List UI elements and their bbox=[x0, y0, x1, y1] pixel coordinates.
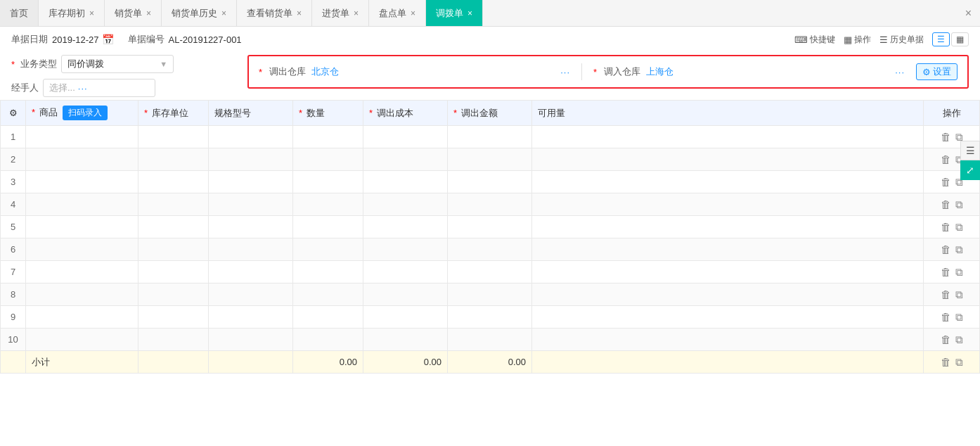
close-all-tabs[interactable]: × bbox=[957, 7, 980, 20]
cell-amount[interactable] bbox=[448, 261, 532, 283]
delete-icon[interactable]: 🗑 bbox=[941, 288, 951, 300]
delete-icon[interactable]: 🗑 bbox=[941, 243, 951, 255]
scan-button[interactable]: 扫码录入 bbox=[63, 106, 108, 120]
cell-qty[interactable] bbox=[293, 126, 363, 148]
tab-inventory-init[interactable]: 库存期初 × bbox=[39, 0, 105, 26]
cell-amount[interactable] bbox=[448, 193, 532, 216]
copy-icon[interactable]: ⧉ bbox=[955, 198, 963, 211]
delete-icon[interactable]: 🗑 bbox=[941, 176, 951, 188]
calendar-icon[interactable]: 📅 bbox=[102, 34, 114, 45]
cell-qty[interactable] bbox=[293, 238, 363, 261]
cell-product[interactable] bbox=[26, 148, 138, 171]
cell-cost[interactable] bbox=[363, 306, 448, 329]
cell-unit bbox=[138, 351, 209, 374]
cell-cost[interactable] bbox=[363, 148, 448, 171]
tab-home[interactable]: 首页 bbox=[0, 0, 39, 26]
delete-icon[interactable]: 🗑 bbox=[941, 131, 951, 143]
cell-product[interactable] bbox=[26, 261, 138, 283]
row-number bbox=[1, 351, 26, 374]
cell-product[interactable] bbox=[26, 126, 138, 148]
copy-icon[interactable]: ⧉ bbox=[955, 243, 963, 256]
cell-cost[interactable] bbox=[363, 216, 448, 238]
tab-transfer[interactable]: 调拨单 × bbox=[426, 0, 483, 26]
cell-product[interactable] bbox=[26, 193, 138, 216]
close-icon[interactable]: × bbox=[468, 8, 472, 18]
tab-purchase[interactable]: 进货单 × bbox=[312, 0, 369, 26]
cell-cost[interactable] bbox=[363, 261, 448, 283]
cell-available bbox=[532, 238, 924, 261]
copy-icon[interactable]: ⧉ bbox=[955, 333, 963, 346]
cell-qty[interactable] bbox=[293, 216, 363, 238]
cell-cost[interactable] bbox=[363, 238, 448, 261]
th-gear[interactable]: ⚙ bbox=[1, 101, 26, 126]
cell-qty[interactable] bbox=[293, 193, 363, 216]
copy-icon[interactable]: ⧉ bbox=[955, 221, 963, 234]
cell-product[interactable] bbox=[26, 306, 138, 329]
handler-select[interactable]: 选择... ··· bbox=[43, 79, 155, 97]
cell-qty[interactable] bbox=[293, 283, 363, 306]
list-view-btn[interactable]: ☰ bbox=[932, 32, 950, 46]
cell-cost[interactable] bbox=[363, 329, 448, 351]
sidebar-expand-icon[interactable]: ⤢ bbox=[960, 160, 980, 180]
close-icon[interactable]: × bbox=[411, 8, 415, 18]
shortcut-btn[interactable]: ⌨ 快捷键 bbox=[794, 34, 835, 46]
cell-product[interactable] bbox=[26, 238, 138, 261]
close-icon[interactable]: × bbox=[89, 8, 94, 18]
to-warehouse-more[interactable]: ··· bbox=[895, 67, 905, 77]
to-warehouse-section: * 调入仓库 上海仓 ··· bbox=[593, 65, 905, 78]
copy-icon[interactable]: ⧉ bbox=[955, 288, 963, 301]
cell-product[interactable] bbox=[26, 283, 138, 306]
cell-cost[interactable] bbox=[363, 126, 448, 148]
copy-icon[interactable]: ⧉ bbox=[955, 266, 963, 279]
table-row: 10 🗑 ⧉ bbox=[1, 329, 980, 351]
close-icon[interactable]: × bbox=[297, 8, 302, 18]
cell-action: 🗑 ⧉ bbox=[924, 238, 980, 261]
cell-amount[interactable] bbox=[448, 329, 532, 351]
cell-product[interactable] bbox=[26, 171, 138, 193]
cell-qty[interactable] bbox=[293, 171, 363, 193]
close-icon[interactable]: × bbox=[354, 8, 359, 18]
cell-product[interactable]: 小计 bbox=[26, 351, 138, 374]
delete-icon[interactable]: 🗑 bbox=[941, 356, 951, 368]
tab-stocktake[interactable]: 盘点单 × bbox=[369, 0, 426, 26]
operation-btn[interactable]: ▦ 操作 bbox=[844, 34, 871, 46]
delete-icon[interactable]: 🗑 bbox=[941, 153, 951, 165]
close-icon[interactable]: × bbox=[221, 8, 226, 18]
cell-qty[interactable] bbox=[293, 329, 363, 351]
copy-icon[interactable]: ⧉ bbox=[955, 356, 963, 369]
more-options-icon[interactable]: ··· bbox=[78, 83, 88, 94]
cell-qty[interactable] bbox=[293, 261, 363, 283]
cell-amount[interactable] bbox=[448, 148, 532, 171]
cell-cost[interactable] bbox=[363, 171, 448, 193]
from-warehouse-value: 北京仓 bbox=[311, 65, 339, 78]
cell-amount[interactable] bbox=[448, 306, 532, 329]
cell-cost[interactable] bbox=[363, 283, 448, 306]
cell-amount[interactable] bbox=[448, 126, 532, 148]
tab-view-sales[interactable]: 查看销货单 × bbox=[237, 0, 312, 26]
business-type-select[interactable]: 同价调拨 ▼ bbox=[61, 55, 174, 73]
cell-product[interactable] bbox=[26, 329, 138, 351]
delete-icon[interactable]: 🗑 bbox=[941, 198, 951, 210]
delete-icon[interactable]: 🗑 bbox=[941, 221, 951, 233]
copy-icon[interactable]: ⧉ bbox=[955, 311, 963, 324]
delete-icon[interactable]: 🗑 bbox=[941, 311, 951, 323]
cell-product[interactable] bbox=[26, 216, 138, 238]
settings-button[interactable]: ⚙ 设置 bbox=[916, 63, 958, 80]
cell-qty[interactable] bbox=[293, 148, 363, 171]
grid-view-btn[interactable]: ▦ bbox=[951, 32, 969, 46]
sidebar-list-icon[interactable]: ☰ bbox=[960, 141, 980, 160]
close-icon[interactable]: × bbox=[146, 8, 151, 18]
cell-cost[interactable] bbox=[363, 193, 448, 216]
tab-sales[interactable]: 销货单 × bbox=[105, 0, 162, 26]
cell-qty[interactable] bbox=[293, 306, 363, 329]
tab-sales-history[interactable]: 销货单历史 × bbox=[162, 0, 237, 26]
from-warehouse-more[interactable]: ··· bbox=[560, 67, 570, 77]
cell-unit bbox=[138, 283, 209, 306]
history-btn[interactable]: ☰ 历史单据 bbox=[879, 34, 924, 46]
cell-amount[interactable] bbox=[448, 283, 532, 306]
delete-icon[interactable]: 🗑 bbox=[941, 266, 951, 278]
cell-amount[interactable] bbox=[448, 238, 532, 261]
cell-amount[interactable] bbox=[448, 171, 532, 193]
cell-amount[interactable] bbox=[448, 216, 532, 238]
delete-icon[interactable]: 🗑 bbox=[941, 333, 951, 345]
